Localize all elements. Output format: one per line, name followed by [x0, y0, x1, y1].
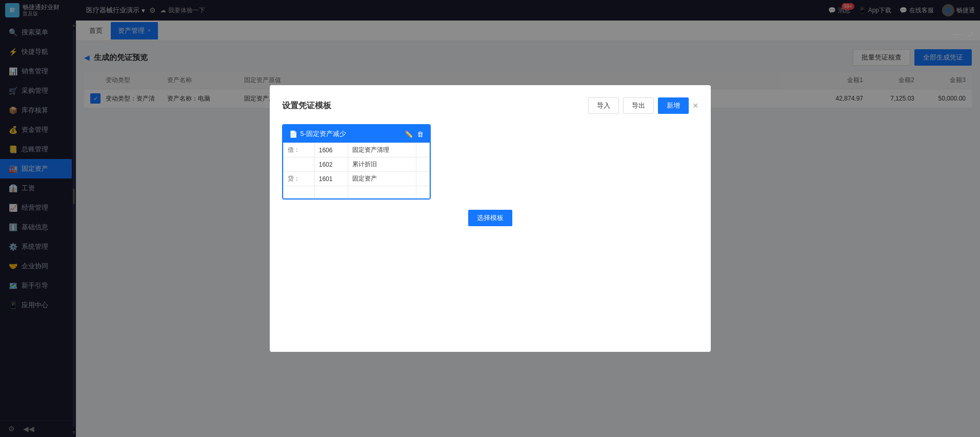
debit-code-2: 1602 — [314, 157, 348, 172]
modal-overlay: 设置凭证模板 导入 导出 新增 × 📄 5-固定资产减少 — [0, 0, 980, 437]
debit-code-1: 1606 — [314, 143, 348, 157]
template-card: 📄 5-固定资产减少 ✏️ 🗑 借： 1606 — [282, 124, 431, 200]
new-btn[interactable]: 新增 — [658, 97, 689, 114]
maximize-btn[interactable]: ⤢ — [965, 29, 976, 41]
import-btn[interactable]: 导入 — [588, 97, 619, 114]
debit-amount-1 — [416, 143, 429, 157]
debit-name-1: 固定资产清理 — [348, 143, 416, 157]
template-entries-table: 借： 1606 固定资产清理 1602 累计折旧 — [283, 143, 430, 198]
debit-label: 借： — [283, 143, 314, 157]
modal-header: 设置凭证模板 导入 导出 新增 × — [282, 97, 698, 114]
template-card-header: 📄 5-固定资产减少 ✏️ 🗑 — [283, 125, 430, 143]
minimize-btn[interactable]: — — [951, 29, 963, 41]
template-card-body: 借： 1606 固定资产清理 1602 累计折旧 — [283, 143, 430, 198]
template-doc-icon: 📄 — [289, 130, 297, 138]
modal-title: 设置凭证模板 — [282, 101, 331, 111]
table-row: 1602 累计折旧 — [283, 157, 429, 172]
debit-name-2: 累计折旧 — [348, 157, 416, 172]
table-row: 借： 1606 固定资产清理 — [283, 143, 429, 157]
template-name: 5-固定资产减少 — [301, 129, 347, 138]
select-template-btn[interactable]: 选择模板 — [468, 210, 512, 226]
modal-close-btn[interactable]: × — [693, 101, 698, 110]
voucher-template-modal: 设置凭证模板 导入 导出 新增 × 📄 5-固定资产减少 — [270, 85, 711, 352]
template-card-actions: ✏️ 🗑 — [405, 130, 424, 138]
template-delete-icon[interactable]: 🗑 — [417, 130, 424, 138]
credit-amount-1 — [416, 172, 429, 186]
table-row-empty — [283, 186, 429, 198]
modal-actions: 导入 导出 新增 — [588, 97, 689, 114]
modal-header-right: 导入 导出 新增 × — [588, 97, 698, 114]
template-card-title-area: 📄 5-固定资产减少 — [289, 129, 347, 138]
credit-code-1: 1601 — [314, 172, 348, 186]
modal-body: 📄 5-固定资产减少 ✏️ 🗑 借： 1606 — [282, 124, 698, 340]
table-row: 贷： 1601 固定资产 — [283, 172, 429, 186]
debit-label-2 — [283, 157, 314, 172]
window-controls: — ⤢ — [951, 29, 976, 41]
debit-amount-2 — [416, 157, 429, 172]
template-edit-icon[interactable]: ✏️ — [405, 130, 413, 138]
credit-label: 贷： — [283, 172, 314, 186]
export-btn[interactable]: 导出 — [623, 97, 654, 114]
credit-name-1: 固定资产 — [348, 172, 416, 186]
